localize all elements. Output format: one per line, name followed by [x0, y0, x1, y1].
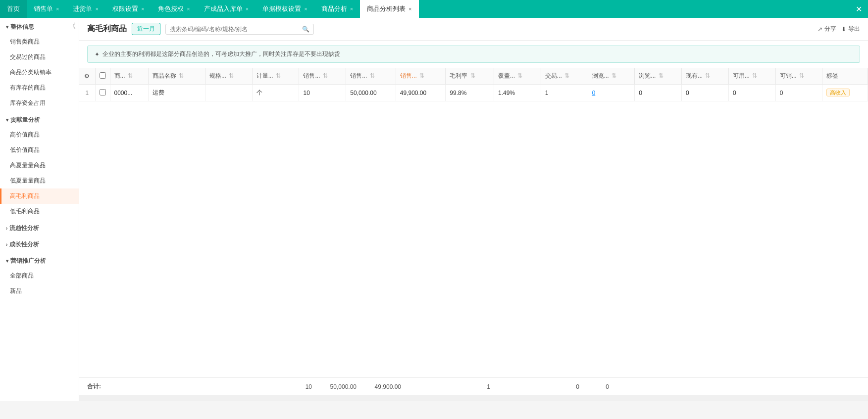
- col-views1[interactable]: 浏览... ⇅: [588, 68, 635, 85]
- nav-finished-goods-close[interactable]: ×: [246, 6, 249, 12]
- bottom-scrollbar[interactable]: [79, 395, 868, 401]
- cell-gross-margin: 99.8%: [446, 85, 494, 101]
- col-gross-margin[interactable]: 毛利率 ⇅: [446, 68, 494, 85]
- sidebar-item-in-stock[interactable]: 有库存的商品: [0, 80, 79, 95]
- filter-recent-month-btn[interactable]: 近一月: [132, 23, 160, 35]
- sidebar-item-low-value[interactable]: 低价值商品: [0, 142, 79, 158]
- data-table: ⚙ 商... ⇅ 商品名称 ⇅: [79, 68, 868, 101]
- cell-saleable: 0: [775, 85, 822, 101]
- nav-sales-order[interactable]: 销售单 ×: [27, 0, 66, 18]
- sidebar-group-trend[interactable]: › 流趋性分析: [0, 219, 79, 235]
- col-sales-amount[interactable]: 销售... ⇅: [346, 68, 396, 85]
- select-all-checkbox[interactable]: [100, 72, 106, 79]
- sidebar-group-marketing-arrow: ▾: [6, 258, 8, 264]
- header-actions: ↗ 分享 ⬇ 导出: [817, 25, 860, 33]
- nav-product-analysis-close[interactable]: ×: [350, 6, 353, 12]
- sidebar-item-stock-capital[interactable]: 库存资金占用: [0, 95, 79, 111]
- sidebar-item-traded-goods[interactable]: 交易过的商品: [0, 49, 79, 65]
- content-header: 高毛利商品 近一月 🔍 ↗ 分享 ⬇ 导出: [79, 18, 868, 41]
- nav-permission-settings-close[interactable]: ×: [141, 6, 144, 12]
- col-spec[interactable]: 规格... ⇅: [205, 68, 252, 85]
- sidebar-item-sales-goods[interactable]: 销售类商品: [0, 34, 79, 49]
- sidebar-group-trend-label: 流趋性分析: [9, 224, 39, 233]
- sidebar-group-growth-label: 成长性分析: [9, 240, 39, 249]
- sidebar-item-all-goods[interactable]: 全部商品: [0, 268, 79, 283]
- sidebar-group-overall[interactable]: ▾ 整体信息: [0, 18, 79, 34]
- footer-label: 合计:: [87, 382, 101, 391]
- nav-home[interactable]: 首页: [0, 0, 27, 18]
- col-current-stock[interactable]: 现有... ⇅: [682, 68, 729, 85]
- sidebar-item-new-goods[interactable]: 新品: [0, 283, 79, 299]
- sidebar-group-overall-label: 整体信息: [10, 23, 34, 31]
- nav-template-settings-close[interactable]: ×: [304, 6, 307, 12]
- cell-spec: [205, 85, 252, 101]
- sidebar-group-overall-arrow: ▾: [6, 24, 8, 30]
- sidebar-collapse-btn[interactable]: 《: [69, 22, 76, 31]
- top-navigation: 首页 销售单 × 进货单 × 权限设置 × 角色授权 × 产成品入库单 × 单据…: [0, 0, 868, 18]
- footer-sales-amount: 50,000.00: [320, 383, 364, 390]
- sidebar-group-contribution[interactable]: ▾ 贡献量分析: [0, 111, 79, 127]
- footer-current-stock: 0: [558, 383, 587, 390]
- cell-tag: 高收入: [822, 85, 868, 101]
- nav-role-auth[interactable]: 角色授权 ×: [151, 0, 197, 18]
- sidebar-group-trend-arrow: ›: [6, 226, 7, 231]
- col-transactions[interactable]: 交易... ⇅: [541, 68, 588, 85]
- nav-product-analysis-list-label: 商品分析列表: [367, 4, 406, 13]
- export-label: 导出: [848, 25, 860, 33]
- col-unit[interactable]: 计量... ⇅: [252, 68, 299, 85]
- nav-template-settings-label: 单据模板设置: [262, 4, 301, 13]
- sidebar-group-marketing-label: 营销推广分析: [10, 257, 46, 265]
- cell-name: 运费: [149, 85, 205, 101]
- sidebar-item-high-freq[interactable]: 高夏量量商品: [0, 158, 79, 173]
- nav-product-analysis-list[interactable]: 商品分析列表 ×: [360, 0, 418, 18]
- export-btn[interactable]: ⬇ 导出: [841, 25, 860, 33]
- nav-finished-goods[interactable]: 产成品入库单 ×: [197, 0, 255, 18]
- col-tag[interactable]: 标签: [822, 68, 868, 85]
- sidebar-item-high-value[interactable]: 高价值商品: [0, 127, 79, 142]
- nav-purchase-order-close[interactable]: ×: [95, 6, 98, 12]
- info-banner: ✦ 企业的主要的利润都是这部分商品创造的，可考虑加大推广，同时关注库存是不要出现…: [87, 46, 860, 63]
- close-all-tabs[interactable]: ✕: [850, 4, 868, 14]
- cell-available: 0: [728, 85, 775, 101]
- col-sales-qty[interactable]: 销售... ⇅: [299, 68, 346, 85]
- col-coverage[interactable]: 覆盖... ⇅: [494, 68, 541, 85]
- cell-views2: 0: [635, 85, 682, 101]
- col-sales-profit[interactable]: 销售... ⇅: [396, 68, 446, 85]
- cell-views1[interactable]: 0: [588, 85, 635, 101]
- col-checkbox: [95, 68, 110, 85]
- col-code[interactable]: 商... ⇅: [110, 68, 149, 85]
- nav-permission-settings[interactable]: 权限设置 ×: [105, 0, 151, 18]
- cell-transactions: 1: [541, 85, 588, 101]
- row-checkbox[interactable]: [100, 89, 106, 95]
- search-icon[interactable]: 🔍: [302, 26, 309, 33]
- nav-role-auth-close[interactable]: ×: [187, 6, 190, 12]
- col-views2[interactable]: 浏览... ⇅: [635, 68, 682, 85]
- sidebar-item-high-margin[interactable]: 高毛利商品: [0, 188, 79, 204]
- nav-home-label: 首页: [7, 4, 20, 13]
- nav-sales-order-close[interactable]: ×: [56, 6, 59, 12]
- tag-high-income: 高收入: [826, 89, 850, 96]
- nav-purchase-order[interactable]: 进货单 ×: [66, 0, 105, 18]
- col-name[interactable]: 商品名称 ⇅: [149, 68, 205, 85]
- search-wrap: 🔍: [165, 24, 314, 35]
- col-saleable[interactable]: 可销... ⇅: [775, 68, 822, 85]
- sidebar-group-growth[interactable]: › 成长性分析: [0, 235, 79, 252]
- nav-product-analysis[interactable]: 商品分析 ×: [314, 0, 360, 18]
- share-btn[interactable]: ↗ 分享: [817, 25, 836, 33]
- footer-sales-qty: 10: [290, 383, 320, 390]
- nav-permission-settings-label: 权限设置: [112, 4, 138, 13]
- sidebar-group-marketing[interactable]: ▾ 营销推广分析: [0, 252, 79, 268]
- nav-product-analysis-label: 商品分析: [321, 4, 347, 13]
- nav-purchase-order-label: 进货单: [73, 4, 92, 13]
- nav-product-analysis-list-close[interactable]: ×: [408, 6, 411, 12]
- nav-template-settings[interactable]: 单据模板设置 ×: [255, 0, 314, 18]
- sidebar-item-low-margin[interactable]: 低毛利商品: [0, 204, 79, 219]
- sidebar-item-category-rate[interactable]: 商品分类助销率: [0, 65, 79, 80]
- col-settings[interactable]: ⚙: [79, 68, 95, 85]
- search-input[interactable]: [170, 26, 302, 33]
- sidebar-item-low-freq[interactable]: 低夏量量商品: [0, 173, 79, 188]
- info-icon: ✦: [95, 51, 100, 58]
- col-available[interactable]: 可用... ⇅: [728, 68, 775, 85]
- cell-row-num: 1: [79, 85, 95, 101]
- cell-code: 0000...: [110, 85, 149, 101]
